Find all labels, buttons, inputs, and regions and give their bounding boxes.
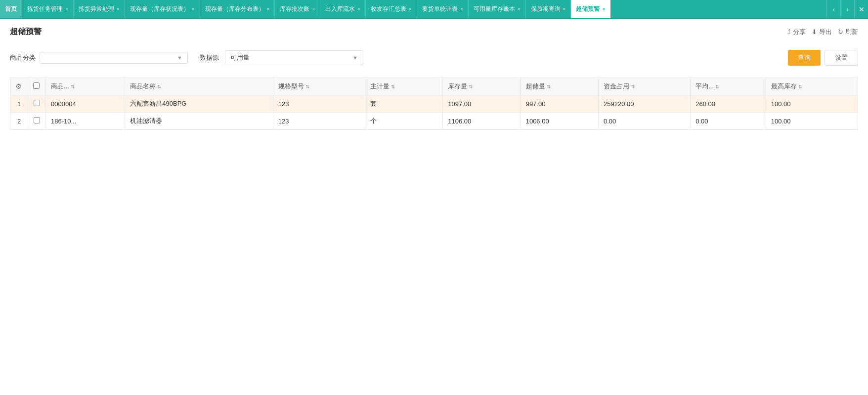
table-row: 10000004六配套新昌490BPG123套1097.00997.002592… [10, 95, 858, 113]
nav-batch[interactable]: 库存批次账× [275, 0, 320, 18]
row-num: 2 [10, 113, 28, 130]
filter-actions: 查询 设置 [788, 50, 858, 66]
row-capital: 259220.00 [599, 95, 691, 113]
top-navigation: 首页 拣货任务管理×拣货异常处理×现存量（库存状况表）×现存量（库存分布表）×库… [0, 0, 868, 19]
nav-overstock[interactable]: 超储预警× [571, 0, 610, 18]
nav-inout-close[interactable]: × [357, 6, 360, 12]
nav-home[interactable]: 首页 [0, 0, 22, 18]
nav-arrow-right[interactable]: › [840, 0, 854, 18]
col-check-header [28, 78, 46, 95]
refresh-button[interactable]: ↻ 刷新 [838, 28, 858, 37]
page-title: 超储预警 [10, 27, 42, 37]
nav-stock-status[interactable]: 现存量（库存状况表）× [125, 0, 200, 18]
nav-task-close[interactable]: × [65, 6, 68, 12]
nav-collect[interactable]: 收发存汇总表× [366, 0, 417, 18]
row-stock: 1106.00 [443, 113, 521, 130]
nav-order[interactable]: 要货单统计表× [417, 0, 469, 18]
row-name: 六配套新昌490BPG [125, 95, 273, 113]
refresh-label: 刷新 [845, 28, 858, 37]
data-table: ⚙ 商品...⇅ 商品名称⇅ 规格型号⇅ 主计量⇅ 库存量⇅ [10, 78, 858, 130]
row-spec: 123 [273, 95, 365, 113]
nav-available[interactable]: 可用量库存账本× [469, 0, 526, 18]
nav-collect-close[interactable]: × [409, 6, 412, 12]
datasource-filter-group: 数据源 可用量 ▼ [200, 50, 363, 65]
row-unit: 套 [365, 95, 442, 113]
category-filter-group: 商品分类 ▼ [10, 52, 188, 64]
col-avg-header[interactable]: 平均...⇅ [691, 78, 766, 95]
col-settings-header: ⚙ [10, 78, 28, 95]
nav-expiry-close[interactable]: × [563, 6, 566, 12]
nav-arrows: ‹ › ✕ [826, 0, 868, 18]
col-capital-header[interactable]: 资金占用⇅ [599, 78, 691, 95]
nav-overstock-close[interactable]: × [602, 6, 605, 12]
filter-bar: 商品分类 ▼ 数据源 可用量 ▼ 查询 设置 [10, 45, 858, 71]
col-name-header[interactable]: 商品名称⇅ [125, 78, 273, 95]
row-code: 0000004 [46, 95, 125, 113]
row-checkbox-0[interactable] [34, 100, 40, 106]
nav-order-close[interactable]: × [460, 6, 463, 12]
nav-stock-dist[interactable]: 现存量（库存分布表）× [200, 0, 275, 18]
col-unit-header[interactable]: 主计量⇅ [365, 78, 442, 95]
nav-stock-status-close[interactable]: × [192, 6, 195, 12]
datasource-value: 可用量 [230, 53, 250, 62]
nav-overstock-label: 超储预警 [576, 5, 600, 13]
nav-abnormal[interactable]: 拣货异常处理× [74, 0, 125, 18]
col-over-label: 超储量⇅ [526, 82, 551, 90]
col-capital-label: 资金占用⇅ [604, 82, 635, 90]
nav-expiry[interactable]: 保质期查询× [526, 0, 571, 18]
nav-stock-dist-close[interactable]: × [267, 6, 270, 12]
nav-available-label: 可用量库存账本 [474, 5, 515, 13]
nav-expiry-label: 保质期查询 [531, 5, 561, 13]
nav-batch-close[interactable]: × [312, 6, 315, 12]
row-avg: 260.00 [691, 95, 766, 113]
datasource-select[interactable]: 可用量 ▼ [225, 50, 363, 65]
col-unit-label: 主计量⇅ [370, 82, 395, 90]
select-all-checkbox[interactable] [33, 82, 40, 89]
nav-collect-label: 收发存汇总表 [371, 5, 406, 13]
row-over: 1006.00 [521, 113, 598, 130]
category-label: 商品分类 [10, 53, 36, 62]
nav-abnormal-close[interactable]: × [117, 6, 120, 12]
settings-button[interactable]: 设置 [825, 50, 858, 66]
nav-task[interactable]: 拣货任务管理× [22, 0, 74, 18]
export-button[interactable]: ⬇ 导出 [812, 28, 832, 37]
nav-inout[interactable]: 出入库流水× [320, 0, 366, 18]
nav-available-close[interactable]: × [518, 6, 521, 12]
nav-batch-label: 库存批次账 [280, 5, 309, 13]
nav-arrow-left[interactable]: ‹ [826, 0, 840, 18]
row-capital: 0.00 [599, 113, 691, 130]
query-button[interactable]: 查询 [788, 50, 821, 66]
col-stock-header[interactable]: 库存量⇅ [443, 78, 521, 95]
export-icon: ⬇ [812, 28, 817, 36]
col-stock-label: 库存量⇅ [448, 82, 473, 90]
page-title-bar: 超储预警 ⤴ 分享 ⬇ 导出 ↻ 刷新 [10, 27, 858, 37]
settings-icon[interactable]: ⚙ [15, 82, 22, 90]
datasource-arrow-icon: ▼ [352, 55, 358, 61]
nav-task-label: 拣货任务管理 [27, 5, 63, 13]
row-avg: 0.00 [691, 113, 766, 130]
col-over-header[interactable]: 超储量⇅ [521, 78, 598, 95]
row-name: 机油滤清器 [125, 113, 273, 130]
col-code-header[interactable]: 商品...⇅ [46, 78, 125, 95]
page-content: 超储预警 ⤴ 分享 ⬇ 导出 ↻ 刷新 商品分类 ▼ 数据源 [0, 19, 868, 138]
nav-inout-label: 出入库流水 [325, 5, 355, 13]
category-arrow-icon: ▼ [177, 55, 182, 61]
col-spec-header[interactable]: 规格型号⇅ [273, 78, 365, 95]
share-icon: ⤴ [787, 28, 791, 36]
row-checkbox-1[interactable] [34, 117, 40, 123]
row-unit: 个 [365, 113, 442, 130]
refresh-icon: ↻ [838, 28, 843, 36]
share-button[interactable]: ⤴ 分享 [787, 28, 806, 37]
col-spec-label: 规格型号⇅ [278, 82, 309, 90]
table-row: 2186-10...机油滤清器123个1106.001006.000.000.0… [10, 113, 858, 130]
row-num: 1 [10, 95, 28, 113]
col-name-label: 商品名称⇅ [130, 82, 161, 90]
category-select[interactable]: ▼ [40, 52, 188, 64]
row-checkbox[interactable] [28, 95, 46, 113]
nav-order-label: 要货单统计表 [422, 5, 458, 13]
nav-stock-dist-label: 现存量（库存分布表） [205, 5, 264, 13]
col-maxstock-header[interactable]: 最高库存⇅ [766, 78, 858, 95]
col-avg-label: 平均...⇅ [695, 82, 719, 90]
row-checkbox[interactable] [28, 113, 46, 130]
nav-arrow-close[interactable]: ✕ [854, 0, 868, 18]
